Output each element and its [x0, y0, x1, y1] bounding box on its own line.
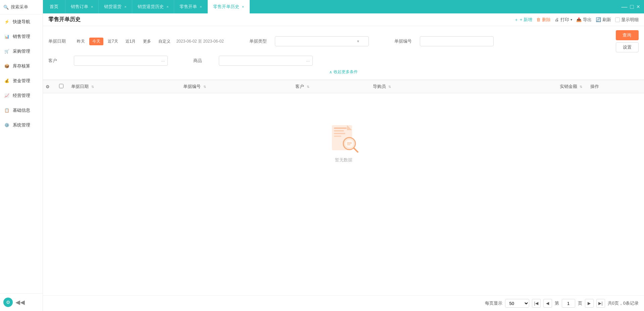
tab-sales-return-history[interactable]: 销货退货历史 ×	[132, 0, 174, 13]
th-number[interactable]: 单据编号 ⇅	[181, 80, 293, 93]
date-filter-buttons: 昨天 今天 近7天 近1月 更多 自定义 2023-06-02 至 2023-0…	[74, 38, 224, 45]
date-btn-1month[interactable]: 近1月	[122, 38, 139, 45]
display-detail-button[interactable]: 显示明细	[615, 17, 639, 23]
tab-home[interactable]: 首页	[43, 0, 65, 13]
number-filter-input[interactable]	[420, 36, 494, 46]
th-amount[interactable]: 实销金额 ⇅	[465, 80, 588, 93]
sidebar-item-label: 系统管理	[13, 122, 30, 128]
th-customer[interactable]: 客户 ⇅	[293, 80, 370, 93]
tab-sales-order-label: 销售订单	[71, 4, 88, 10]
operation-icon: 📈	[3, 92, 10, 99]
sidebar-item-inventory[interactable]: 📦 库存核算	[0, 59, 43, 73]
svg-line-7	[354, 148, 358, 152]
date-btn-custom[interactable]: 自定义	[155, 38, 174, 45]
tab-retail-open-label: 零售开单	[180, 4, 197, 10]
tab-sales-return-close[interactable]: ×	[124, 5, 126, 9]
quick-nav-icon: ⚡	[3, 18, 10, 25]
collapse-arrow-icon: ∧	[329, 70, 332, 74]
sidebar-item-purchase-mgmt[interactable]: 🛒 采购管理	[0, 44, 43, 59]
window-minimize-button[interactable]: —	[622, 3, 628, 10]
next-page-button[interactable]: ▶	[585, 299, 594, 308]
delete-label: 删除	[542, 17, 551, 23]
th-guide-sort-icon: ⇅	[388, 85, 391, 89]
page-label-suffix: 页	[578, 300, 582, 306]
purchase-mgmt-icon: 🛒	[3, 48, 10, 55]
print-button[interactable]: 🖨 打印 ▾	[555, 17, 572, 23]
filter-area: 单据日期 昨天 今天 近7天 近1月 更多 自定义 2023-06-02 至 2…	[43, 26, 644, 80]
sidebar-item-finance[interactable]: 💰 资金管理	[0, 73, 43, 88]
add-button[interactable]: ＋ + 新增	[514, 17, 532, 23]
tab-sales-order[interactable]: 销售订单 ×	[65, 0, 99, 13]
last-page-button[interactable]: ▶|	[596, 299, 605, 308]
th-date[interactable]: 单据日期 ⇅	[68, 80, 181, 93]
refresh-button[interactable]: 🔄 刷新	[596, 17, 611, 23]
type-filter-label: 单据类型	[249, 38, 269, 44]
delete-button[interactable]: 🗑 删除	[536, 17, 551, 23]
tab-sales-return[interactable]: 销货退货 ×	[99, 0, 132, 13]
customer-dots-icon: ···	[161, 58, 165, 63]
settings-button[interactable]: 设置	[616, 42, 639, 52]
tab-retail-open-history-close[interactable]: ×	[242, 5, 244, 9]
empty-text: 暂无数据	[335, 157, 352, 163]
empty-state-cell: 暂无数据	[43, 93, 644, 190]
th-amount-label: 实销金额	[560, 84, 577, 89]
page-number-input[interactable]	[562, 299, 575, 308]
sidebar-item-operation[interactable]: 📈 经营管理	[0, 88, 43, 103]
finance-icon: 💰	[3, 77, 10, 84]
sidebar-item-sales-mgmt[interactable]: 📊 销售管理	[0, 29, 43, 44]
tab-sales-return-label: 销货退货	[104, 4, 121, 10]
table-area: ⚙ 单据日期 ⇅ 单据编号 ⇅	[43, 80, 644, 295]
sidebar-item-quick-nav[interactable]: ⚡ 快捷导航	[0, 14, 43, 29]
collapse-filter-button[interactable]: ∧ 收起更多条件	[48, 69, 639, 75]
goods-filter-label: 商品	[193, 58, 213, 64]
th-number-label: 单据编号	[183, 84, 201, 89]
customer-filter-input[interactable]: ···	[74, 56, 168, 66]
search-icon: 🔍	[3, 5, 9, 10]
tab-retail-open-close[interactable]: ×	[200, 5, 202, 9]
sidebar-search[interactable]: 🔍 搜索采单	[0, 0, 43, 14]
th-checkbox[interactable]	[56, 80, 68, 93]
goods-filter-input[interactable]: ···	[219, 56, 313, 66]
th-guide[interactable]: 导购员 ⇅	[370, 80, 465, 93]
add-label: + 新增	[520, 17, 532, 23]
type-filter-select[interactable]: ▾	[275, 36, 369, 46]
tab-sales-return-history-close[interactable]: ×	[166, 5, 168, 9]
tab-sales-order-close[interactable]: ×	[91, 5, 93, 9]
first-page-button[interactable]: |◀	[532, 299, 541, 308]
query-button[interactable]: 查询	[616, 30, 639, 40]
prev-page-button[interactable]: ◀	[543, 299, 552, 308]
export-button[interactable]: 📤 导出	[576, 17, 592, 23]
sidebar-item-basic-info[interactable]: 📋 基础信息	[0, 103, 43, 118]
svg-rect-3	[334, 133, 345, 134]
sidebar-collapse-button[interactable]: ◀◀	[15, 299, 25, 306]
date-btn-more[interactable]: 更多	[140, 38, 154, 45]
system-mgmt-icon: ⚙️	[3, 122, 10, 128]
tab-retail-open[interactable]: 零售开单 ×	[174, 0, 207, 13]
date-btn-yesterday[interactable]: 昨天	[74, 38, 88, 45]
print-label: 打印	[560, 17, 569, 23]
select-all-checkbox[interactable]	[59, 84, 63, 88]
display-checkbox[interactable]	[615, 17, 620, 22]
filter-row-2: 客户 ··· 商品 ···	[48, 56, 639, 66]
window-maximize-button[interactable]: □	[630, 3, 634, 10]
page-label-prefix: 第	[555, 300, 559, 306]
refresh-label: 刷新	[602, 17, 611, 23]
column-settings-icon[interactable]: ⚙	[46, 84, 50, 89]
th-settings[interactable]: ⚙	[43, 80, 56, 93]
date-btn-today[interactable]: 今天	[89, 38, 103, 45]
th-date-sort-icon: ⇅	[91, 85, 94, 89]
empty-state-row: 暂无数据	[43, 93, 644, 190]
sidebar: 🔍 搜索采单 ⚡ 快捷导航 📊 销售管理 🛒 采购管理 📦 库存核算 💰 资金管…	[0, 0, 43, 311]
tab-retail-open-history[interactable]: 零售开单历史 ×	[208, 0, 250, 13]
sidebar-search-label: 搜索采单	[11, 4, 28, 10]
window-close-button[interactable]: ×	[636, 3, 640, 10]
filter-row-1: 单据日期 昨天 今天 近7天 近1月 更多 自定义 2023-06-02 至 2…	[48, 30, 639, 52]
settings-gear-button[interactable]: ⚙	[3, 298, 13, 307]
content-area: 零售开单历史 ＋ + 新增 🗑 删除 🖨 打印 ▾ 📤 导出	[43, 13, 644, 311]
date-filter-label: 单据日期	[48, 38, 68, 44]
sidebar-item-system-mgmt[interactable]: ⚙️ 系统管理	[0, 118, 43, 133]
sidebar-item-label: 销售管理	[13, 34, 30, 40]
per-page-select[interactable]: 50 10 20 100	[505, 299, 529, 308]
total-records-text: 共0页，0条记录	[608, 300, 639, 306]
date-btn-7days[interactable]: 近7天	[105, 38, 121, 45]
